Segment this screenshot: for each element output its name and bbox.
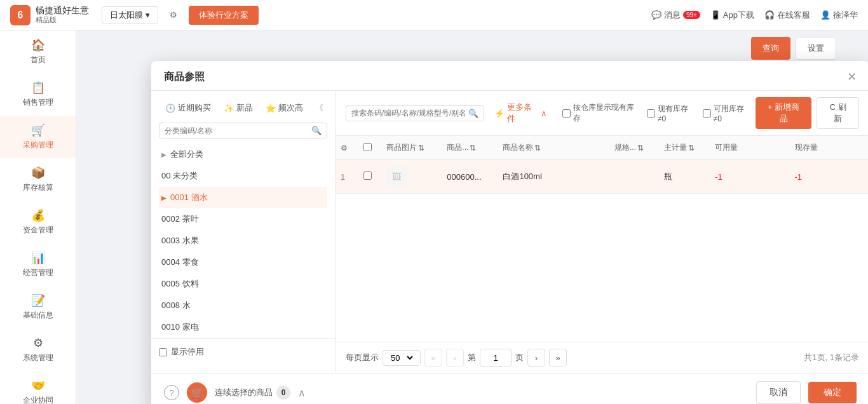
logo-text-block: 畅捷通好生意 精品版 <box>36 5 89 25</box>
product-search-icon[interactable]: 🔍 <box>468 109 478 118</box>
query-btn[interactable]: 查询 <box>751 37 790 60</box>
category-7-label: 0010 家电 <box>161 321 199 333</box>
sidebar-item-inventory[interactable]: 📦 库存核算 <box>0 158 76 201</box>
first-page-btn[interactable]: « <box>424 349 442 367</box>
td-spec <box>609 160 659 194</box>
check-stock-nonzero-input[interactable] <box>647 109 655 118</box>
category-0-label: 00 未分类 <box>161 170 198 182</box>
system-icon: ⚙ <box>33 336 43 350</box>
cancel-btn[interactable]: 取消 <box>756 381 801 404</box>
th-unit-sort[interactable]: 主计量⇅ <box>664 142 705 153</box>
sidebar-item-basic[interactable]: 📝 基础信息 <box>0 286 76 328</box>
sidebar-item-home[interactable]: 🏠 首页 <box>0 30 76 73</box>
selected-count-badge: 0 <box>276 386 290 400</box>
bg-settings-btn[interactable]: 设置 <box>796 37 836 60</box>
th-name-sort[interactable]: 商品名称⇅ <box>503 142 604 153</box>
refresh-btn[interactable]: C 刷新 <box>817 97 859 129</box>
td-code: 000600... <box>442 160 498 194</box>
collapse-left-btn[interactable]: 《 <box>311 98 327 118</box>
inventory-icon: 📦 <box>31 166 45 180</box>
help-icon[interactable]: ? <box>164 385 179 400</box>
category-search-wrap: 🔍 <box>159 123 327 138</box>
tab-recent[interactable]: 🕒 近期购买 <box>159 98 217 118</box>
sidebar-label-inventory: 库存核算 <box>23 182 53 193</box>
product-table-body: 1 🖼 000600... 白酒100ml 瓶 -1 -1 <box>336 160 868 194</box>
check-warehouse[interactable]: 按仓库显示现有库存 <box>562 102 639 124</box>
check-avail-nonzero-input[interactable] <box>703 109 711 118</box>
new-icon: ✨ <box>224 104 234 113</box>
sidebar-item-sales[interactable]: 📋 销售管理 <box>0 73 76 116</box>
sidebar-item-finance[interactable]: 💰 资金管理 <box>0 201 76 243</box>
bg-actions: 查询 设置 <box>751 37 836 60</box>
add-product-btn[interactable]: + 新增商品 <box>756 97 811 129</box>
category-search-icon[interactable]: 🔍 <box>311 126 322 135</box>
sidebar-label-management: 经营管理 <box>23 267 53 278</box>
table-row[interactable]: 1 🖼 000600... 白酒100ml 瓶 -1 -1 <box>336 160 868 194</box>
sidebar-item-enterprise[interactable]: 🤝 企业协同 <box>0 371 76 404</box>
experience-btn[interactable]: 体验行业方案 <box>189 6 259 25</box>
modal-header: 商品参照 ✕ <box>151 61 868 91</box>
sort-icon: ⇅ <box>418 144 424 152</box>
page-number-input[interactable] <box>480 349 512 367</box>
category-search-input[interactable] <box>165 126 309 135</box>
category-3[interactable]: 0003 水果 <box>159 230 327 252</box>
store-selector[interactable]: 日太阳膜 ▾ <box>102 6 158 24</box>
th-image: 商品图片⇅ <box>381 136 442 160</box>
category-4[interactable]: 0004 零食 <box>159 252 327 273</box>
td-checkbox[interactable] <box>358 160 381 194</box>
category-7[interactable]: 0010 家电 <box>159 316 327 338</box>
page-label: 第 <box>468 352 476 363</box>
tab-frequent[interactable]: ⭐ 频次高 <box>259 98 309 118</box>
confirm-btn[interactable]: 确定 <box>808 382 857 403</box>
category-2[interactable]: 0002 茶叶 <box>159 208 327 230</box>
select-all-checkbox[interactable] <box>363 143 372 151</box>
td-name: 白酒100ml <box>498 160 609 194</box>
last-page-btn[interactable]: » <box>549 349 567 367</box>
display-disabled-wrap: 显示停用 <box>151 338 335 365</box>
sidebar-item-management[interactable]: 📊 经营管理 <box>0 243 76 286</box>
tab-new[interactable]: ✨ 新品 <box>217 98 259 118</box>
check-stock-nonzero[interactable]: 现有库存≠0 <box>647 104 695 123</box>
product-search-input[interactable] <box>351 109 466 118</box>
display-disabled-checkbox[interactable] <box>159 348 167 356</box>
arrow-all-icon: ▶ <box>161 151 166 158</box>
check-avail-nonzero[interactable]: 可用库存≠0 <box>703 104 751 123</box>
sidebar-item-purchase[interactable]: 🛒 采购管理 <box>0 116 76 158</box>
online-service-item[interactable]: 🎧 在线客服 <box>764 10 810 21</box>
sidebar-item-system[interactable]: ⚙ 系统管理 <box>0 328 76 371</box>
settings-icon[interactable]: ⚙ <box>163 5 184 25</box>
star-icon: ⭐ <box>266 104 276 113</box>
category-1-label: 0001 酒水 <box>170 192 208 203</box>
th-code-sort[interactable]: 商品...⇅ <box>447 142 492 153</box>
category-all[interactable]: ▶ 全部分类 <box>159 144 327 165</box>
prev-page-btn[interactable]: ‹ <box>446 349 464 367</box>
chevron-down-icon: ▾ <box>146 10 150 20</box>
right-panel: 🔍 ⚡ 更多条件 ∧ 按仓库显示现有库存 <box>336 91 868 373</box>
message-item[interactable]: 💬 消息 99+ <box>651 10 700 21</box>
th-image-sort[interactable]: 商品图片⇅ <box>386 142 437 153</box>
footer-up-icon[interactable]: ∧ <box>298 387 306 399</box>
th-checkbox[interactable] <box>358 136 381 160</box>
category-0[interactable]: 00 未分类 <box>159 165 327 187</box>
finance-icon: 💰 <box>31 208 45 222</box>
row-checkbox[interactable] <box>363 172 372 180</box>
category-6[interactable]: 0008 水 <box>159 295 327 316</box>
th-settings[interactable]: ⚙ <box>336 136 358 160</box>
sidebar-label-basic: 基础信息 <box>23 310 53 321</box>
cart-btn[interactable]: 🛒 <box>187 382 207 403</box>
user-item[interactable]: 👤 徐泽华 <box>820 10 858 21</box>
table-header-row: ⚙ 商品图片⇅ 商品...⇅ 商品名称⇅ 规格...⇅ 主计量⇅ 可用量 现存量 <box>336 136 868 160</box>
category-5[interactable]: 0005 饮料 <box>159 273 327 295</box>
sort-code-icon: ⇅ <box>470 144 476 152</box>
category-1[interactable]: ▶ 0001 酒水 <box>159 187 327 208</box>
per-page-select[interactable]: 10 20 50 100 <box>388 353 415 363</box>
app-download-item[interactable]: 📱 App下载 <box>710 10 754 21</box>
td-num: 1 <box>336 160 358 194</box>
modal-close-btn[interactable]: ✕ <box>847 70 857 84</box>
headset-icon: 🎧 <box>764 10 775 20</box>
more-conditions-btn[interactable]: ⚡ 更多条件 ∧ <box>489 99 552 127</box>
next-page-btn[interactable]: › <box>527 349 545 367</box>
th-spec-sort[interactable]: 规格...⇅ <box>614 142 654 153</box>
sort-unit-icon: ⇅ <box>688 144 695 152</box>
check-warehouse-input[interactable] <box>562 109 571 118</box>
